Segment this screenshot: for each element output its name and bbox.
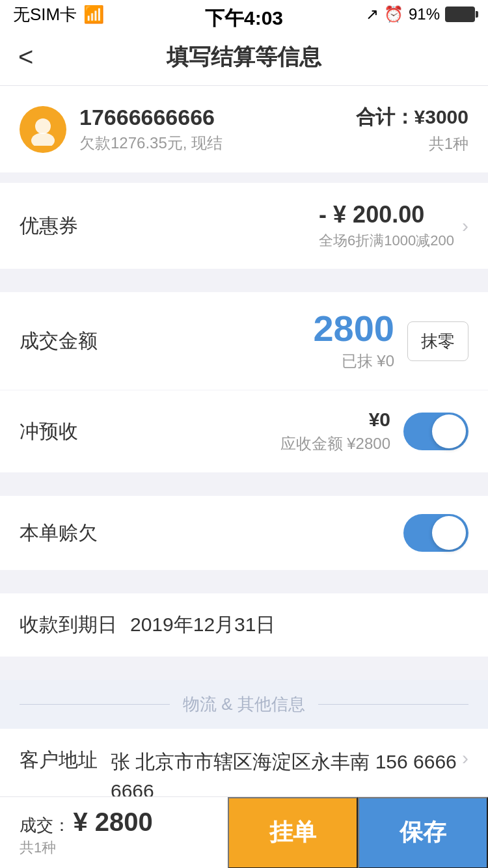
bottom-summary: 成交： ¥ 2800 共1种 <box>0 807 228 858</box>
avatar <box>20 106 66 153</box>
section-separator-3 <box>0 580 488 593</box>
total-count: 共1种 <box>356 133 468 154</box>
toggle-knob <box>432 414 466 448</box>
status-right: ↗ ⏰ 91% <box>366 5 475 23</box>
deal-amount-wrap: 2800 已抹 ¥0 <box>313 310 394 372</box>
bottom-deal-amount: ¥ 2800 <box>73 807 152 836</box>
logistics-label: 物流 & 其他信息 <box>170 693 318 716</box>
section-separator <box>0 279 488 292</box>
alarm-icon: ⏰ <box>384 5 403 23</box>
prepay-label: 冲预收 <box>20 418 78 445</box>
debt-label: 本单赊欠 <box>20 520 98 547</box>
battery-icon <box>445 7 475 22</box>
coupon-amount: - ¥ 200.00 <box>319 201 454 228</box>
customer-phone: 17666666666 <box>79 105 223 130</box>
back-button[interactable]: < <box>18 42 33 72</box>
carrier-text: 无SIM卡 <box>13 3 77 26</box>
deal-right: 2800 已抹 ¥0 抹零 <box>313 310 468 372</box>
prepay-amount: ¥0 <box>280 409 390 431</box>
prepay-amount-wrap: ¥0 应收金额 ¥2800 <box>280 409 390 454</box>
coupon-label: 优惠券 <box>20 213 78 239</box>
status-time: 下午4:03 <box>205 5 283 32</box>
section-separator-2 <box>0 483 488 496</box>
customer-right: 合计：¥3000 共1种 <box>356 104 468 154</box>
bottom-bar: 成交： ¥ 2800 共1种 挂单 保存 <box>0 796 488 868</box>
battery-text: 91% <box>409 5 440 23</box>
svg-point-1 <box>31 133 55 146</box>
logistics-section: 物流 & 其他信息 <box>0 680 488 729</box>
customer-debt: 欠款1276.35元, 现结 <box>79 133 223 154</box>
nav-bar: < 填写结算等信息 <box>0 29 488 86</box>
content: 17666666666 欠款1276.35元, 现结 合计：¥3000 共1种 … <box>0 86 488 868</box>
prepay-row: 冲预收 ¥0 应收金额 ¥2800 <box>0 390 488 472</box>
svg-point-0 <box>35 118 51 134</box>
due-date-row: 收款到期日 2019年12月31日 <box>0 593 488 657</box>
total-amount: 合计：¥3000 <box>356 104 468 131</box>
debt-row: 本单赊欠 <box>0 496 488 570</box>
coupon-desc: 全场6折满1000减200 <box>319 231 454 251</box>
coupon-row[interactable]: 优惠券 - ¥ 200.00 全场6折满1000减200 › <box>0 183 488 269</box>
nav-title: 填写结算等信息 <box>167 42 321 72</box>
address-chevron-icon: › <box>462 747 468 769</box>
customer-info: 17666666666 欠款1276.35元, 现结 <box>79 105 223 154</box>
deal-erased: 已抹 ¥0 <box>313 351 394 372</box>
bottom-count: 共1种 <box>20 838 208 858</box>
debt-toggle[interactable] <box>403 514 468 552</box>
prepay-toggle[interactable] <box>403 413 468 450</box>
erase-button[interactable]: 抹零 <box>407 321 468 361</box>
deal-amount-row: 成交金额 2800 已抹 ¥0 抹零 <box>0 292 488 390</box>
bottom-deal-line: 成交： ¥ 2800 <box>20 807 208 837</box>
section-separator-4 <box>0 667 488 680</box>
address-label: 客户地址 <box>20 747 98 774</box>
form-section: 成交金额 2800 已抹 ¥0 抹零 冲预收 ¥0 应收金额 ¥2800 <box>0 292 488 472</box>
debt-toggle-knob <box>432 516 466 550</box>
chevron-right-icon: › <box>462 215 468 237</box>
logistics-line-left <box>20 704 170 705</box>
wifi-icon: 📶 <box>83 5 104 25</box>
coupon-right: - ¥ 200.00 全场6折满1000减200 › <box>319 201 468 251</box>
save-button[interactable]: 保存 <box>358 797 488 869</box>
status-left: 无SIM卡 📶 <box>13 3 104 26</box>
customer-card: 17666666666 欠款1276.35元, 现结 合计：¥3000 共1种 <box>0 86 488 172</box>
due-date: 2019年12月31日 <box>130 612 275 638</box>
location-icon: ↗ <box>366 5 379 23</box>
coupon-info: - ¥ 200.00 全场6折满1000减200 <box>319 201 454 251</box>
deal-label: 成交金额 <box>20 328 98 355</box>
hold-button[interactable]: 挂单 <box>228 797 358 869</box>
logistics-line-right <box>318 704 468 705</box>
avatar-icon <box>27 113 59 146</box>
deal-amount: 2800 <box>313 310 394 347</box>
prepay-receivable: 应收金额 ¥2800 <box>280 433 390 454</box>
status-bar: 无SIM卡 📶 下午4:03 ↗ ⏰ 91% <box>0 0 488 29</box>
customer-left: 17666666666 欠款1276.35元, 现结 <box>20 105 223 154</box>
bottom-deal-label: 成交： <box>20 815 70 835</box>
due-label: 收款到期日 <box>20 612 117 638</box>
prepay-right: ¥0 应收金额 ¥2800 <box>280 409 468 454</box>
